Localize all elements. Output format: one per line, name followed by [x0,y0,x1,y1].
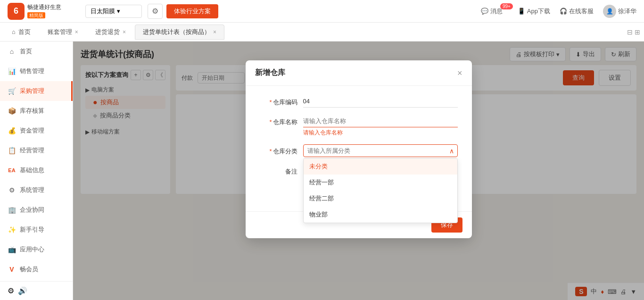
warehouse-category-label: *仓库分类 [260,144,297,156]
message-badge: 99+ [500,3,513,9]
modal-close-button[interactable]: × [457,69,462,77]
sidebar-item-home[interactable]: ⌂ 首页 [0,42,73,61]
tab-home[interactable]: ⌂ 首页 [4,25,39,40]
inventory-icon: 📦 [8,107,16,115]
user-profile-btn[interactable]: 👤 徐泽华 [603,5,636,18]
online-service-label: 在线客服 [569,7,594,16]
sidebar-basic-label: 基础信息 [20,166,44,175]
sidebar-guide-label: 新手引导 [20,225,44,234]
home-icon: ⌂ [8,47,16,56]
tab-purchase-return-label: 进货退货 [95,28,120,36]
modal-header: 新增仓库 × [246,60,472,86]
logo-text: 畅捷通好生意 [27,3,61,11]
sidebar-sales-label: 销售管理 [20,67,44,75]
sidebar-system-label: 系统管理 [20,186,44,194]
settings-button[interactable]: ⚙ [148,4,163,19]
sidebar-enterprise-label: 企业协同 [20,206,44,214]
tab-bar-controls: ⊟ ⊞ [627,28,640,36]
logo-badge: 精简版 [27,12,45,18]
tab-accounts[interactable]: 账套管理 × [40,25,86,40]
sidebar-item-guide[interactable]: ✨ 新手引导 [0,220,73,240]
message-icon: 💬 [481,8,488,15]
sidebar-item-sales[interactable]: 📊 销售管理 [0,61,73,81]
tab-expand-icon[interactable]: ⊞ [635,28,640,36]
warehouse-name-error: 请输入仓库名称 [303,129,458,137]
remark-label: 备注 [260,165,297,176]
sidebar-appcenter-label: 应用中心 [20,245,44,254]
warehouse-name-label: *仓库名称 [260,115,297,126]
warehouse-code-field [303,95,458,108]
sidebar-item-basic[interactable]: EA 基础信息 [0,160,73,180]
header-actions: ⚙ 体验行业方案 [148,4,218,19]
finance-icon: 💰 [8,126,16,135]
system-icon: ⚙ [8,186,16,194]
tab-home-label: 首页 [18,28,31,36]
warehouse-name-field: 请输入仓库名称 [303,115,458,137]
warehouse-name-row: *仓库名称 请输入仓库名称 [260,115,458,137]
warehouse-code-row: *仓库编码 [260,95,458,108]
logo-area: 6 畅捷通好生意 精简版 [8,3,81,20]
tab-purchase-return[interactable]: 进货退货 × [87,25,134,40]
guide-icon: ✨ [8,225,16,234]
sidebar-item-enterprise[interactable]: 🏢 企业协同 [0,200,73,220]
vip-icon: V [8,265,16,274]
sidebar-operation-label: 经营管理 [20,146,44,155]
main-layout: ⌂ 首页 📊 销售管理 🛒 采购管理 📦 库存核算 💰 资金管理 📋 经营管理 … [0,42,644,300]
sidebar-item-appcenter[interactable]: 📺 应用中心 [0,240,73,259]
sidebar-inventory-label: 库存核算 [20,107,44,115]
warehouse-category-row: *仓库分类 ∧ 未分类 经营一部 经营二部 [260,144,458,157]
sidebar-item-inventory[interactable]: 📦 库存核算 [0,101,73,121]
dropdown-item-dept2[interactable]: 经营二部 [304,191,457,207]
trial-button[interactable]: 体验行业方案 [166,4,218,18]
sidebar-home-label: 首页 [20,47,32,56]
online-service-btn[interactable]: 🎧 在线客服 [560,7,594,16]
tab-purchase-stats-close-icon[interactable]: × [213,29,216,35]
headset-icon: 🎧 [560,8,567,15]
warehouse-code-input[interactable] [303,95,458,108]
dropdown-item-dept1[interactable]: 经营一部 [304,175,457,191]
purchase-icon: 🛒 [8,87,16,95]
warehouse-category-input[interactable] [303,144,458,157]
app-download-btn[interactable]: 📱 App下载 [518,7,550,16]
tab-minimize-icon[interactable]: ⊟ [627,28,633,36]
sidebar-item-system[interactable]: ⚙ 系统管理 [0,180,73,200]
category-dropdown: 未分类 经营一部 经营二部 物业部 [303,158,458,223]
tab-accounts-close-icon[interactable]: × [75,29,78,35]
sidebar-item-vip[interactable]: V 畅会员 [0,259,73,279]
home-icon: ⌂ [12,28,16,35]
modal-title: 新增仓库 [255,68,285,78]
store-chevron-icon: ▾ [117,8,120,15]
sidebar-finance-label: 资金管理 [20,126,44,135]
appcenter-icon: 📺 [8,245,16,254]
sidebar-speaker-icon[interactable]: 🔊 [18,286,27,295]
tab-purchase-stats[interactable]: 进货单统计表（按商品） × [135,25,224,40]
sidebar-purchase-label: 采购管理 [20,87,44,95]
header-right: 💬 消息 99+ 📱 App下载 🎧 在线客服 👤 徐泽华 [481,5,636,18]
sidebar-item-purchase[interactable]: 🛒 采购管理 [0,81,73,101]
warehouse-category-field: ∧ 未分类 经营一部 经营二部 物业部 [303,144,458,157]
content-area: 进货单统计(按商品) 🖨 按模板打印 ▾ ⬇ 导出 ↻ 刷新 [73,42,644,300]
sales-icon: 📊 [8,67,16,75]
message-btn[interactable]: 💬 消息 99+ [481,7,508,16]
tab-purchase-return-close-icon[interactable]: × [123,29,126,35]
warehouse-name-input[interactable] [303,115,458,127]
tab-bar: ⌂ 首页 账套管理 × 进货退货 × 进货单统计表（按商品） × ⊟ ⊞ [0,23,644,42]
warehouse-code-label: *仓库编码 [260,95,297,107]
modal-body: *仓库编码 *仓库名称 请输入仓库名称 [246,86,472,211]
sidebar-item-operation[interactable]: 📋 经营管理 [0,141,73,160]
operation-icon: 📋 [8,146,16,155]
sidebar-vip-label: 畅会员 [20,265,38,274]
warehouse-category-select-wrapper: ∧ 未分类 经营一部 经营二部 物业部 [303,144,458,157]
dropdown-item-none[interactable]: 未分类 [304,158,457,175]
sidebar-item-finance[interactable]: 💰 资金管理 [0,121,73,141]
dropdown-item-property[interactable]: 物业部 [304,207,457,223]
phone-icon: 📱 [518,8,525,15]
sidebar-settings-icon[interactable]: ⚙ [8,286,14,295]
modal-overlay: 新增仓库 × *仓库编码 [73,42,644,300]
basic-icon: EA [8,166,16,175]
tab-purchase-stats-label: 进货单统计表（按商品） [143,28,210,36]
store-name: 日太阳膜 [91,7,115,16]
store-selector[interactable]: 日太阳膜 ▾ [85,5,142,18]
sidebar: ⌂ 首页 📊 销售管理 🛒 采购管理 📦 库存核算 💰 资金管理 📋 经营管理 … [0,42,73,300]
top-header: 6 畅捷通好生意 精简版 日太阳膜 ▾ ⚙ 体验行业方案 💬 消息 99+ 📱 … [0,0,644,23]
